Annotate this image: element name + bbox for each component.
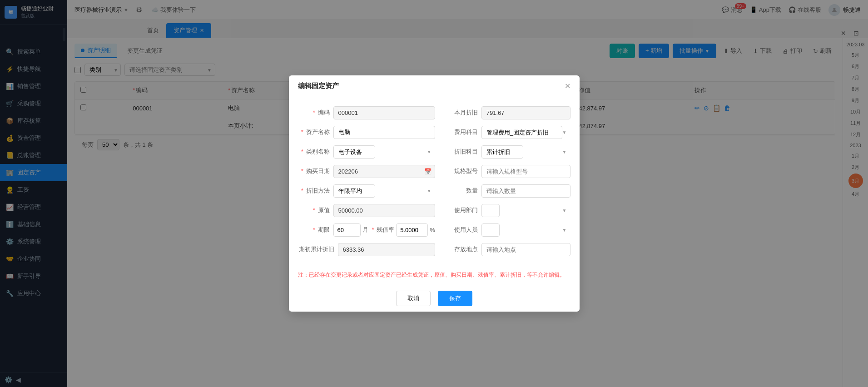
- residual-rate-unit: %: [430, 227, 435, 233]
- purchase-date-label: * 购买日期: [298, 167, 330, 175]
- code-input[interactable]: [333, 106, 435, 119]
- user-label: 使用人员: [446, 226, 478, 234]
- form-row-quantity: 数量: [446, 184, 570, 198]
- monthly-depr-label: 本月折旧: [446, 109, 478, 117]
- name-input[interactable]: [333, 126, 435, 139]
- form-row-name: * 资产名称: [298, 126, 435, 139]
- name-label: * 资产名称: [298, 128, 330, 136]
- form-row-expense-subject: 费用科目 管理费用_固定资产折旧 ▼: [446, 126, 570, 139]
- dialog-close-button[interactable]: ✕: [565, 82, 570, 90]
- dialog-title: 编辑固定资产: [298, 82, 339, 90]
- category-select[interactable]: 电子设备: [333, 145, 375, 159]
- dept-arrow: ▼: [562, 208, 567, 213]
- user-arrow: ▼: [562, 228, 567, 233]
- residual-rate-input[interactable]: [396, 223, 428, 237]
- depr-subject-label: 折旧科目: [446, 148, 478, 156]
- period-inline: 月 * 残值率 %: [333, 223, 435, 237]
- depr-method-arrow: ▼: [427, 189, 432, 194]
- category-select-arrow: ▼: [427, 149, 432, 154]
- form-row-purchase-date: * 购买日期 📅: [298, 165, 435, 178]
- expense-subject-arrow: ▼: [562, 130, 567, 135]
- depr-subject-arrow: ▼: [562, 149, 567, 154]
- purchase-date-wrapper: 📅: [333, 165, 435, 178]
- form-row-period: * 期限 月 * 残值率 %: [298, 223, 435, 237]
- form-row-code: * 编码: [298, 106, 435, 119]
- save-button[interactable]: 保存: [438, 291, 472, 306]
- period-label: * 期限: [298, 226, 330, 234]
- calendar-icon[interactable]: 📅: [424, 168, 432, 175]
- spec-input[interactable]: [481, 165, 570, 178]
- form-row-original-value: * 原值: [298, 204, 435, 217]
- initial-depr-label: 期初累计折旧: [298, 245, 334, 253]
- residual-rate-label: * 残值率: [372, 226, 395, 234]
- form-row-spec: 规格型号: [446, 165, 570, 178]
- form-row-initial-depr: 期初累计折旧: [298, 243, 435, 256]
- period-unit: 月: [362, 226, 368, 234]
- initial-depr-input[interactable]: [338, 243, 435, 256]
- purchase-date-input[interactable]: [333, 165, 435, 178]
- monthly-depr-input[interactable]: [481, 106, 570, 119]
- original-value-input[interactable]: [333, 204, 435, 217]
- spec-label: 规格型号: [446, 167, 478, 175]
- department-label: 使用部门: [446, 206, 478, 214]
- category-select-wrapper: 电子设备 ▼: [333, 145, 435, 159]
- expense-subject-label: 费用科目: [446, 128, 478, 136]
- dialog-body: * 编码 * 资产名称: [289, 97, 580, 267]
- quantity-label: 数量: [446, 187, 478, 195]
- dialog-header: 编辑固定资产 ✕: [289, 75, 580, 97]
- depr-subject-select[interactable]: 累计折旧: [481, 145, 523, 159]
- department-select[interactable]: [481, 204, 500, 217]
- location-input[interactable]: [481, 243, 570, 256]
- dialog-overlay: 编辑固定资产 ✕ * 编码: [0, 0, 868, 387]
- category-label: * 类别名称: [298, 148, 330, 156]
- dialog-left-col: * 编码 * 资产名称: [298, 106, 435, 258]
- original-value-label: * 原值: [298, 206, 330, 214]
- dialog-right-col: 本月折旧 费用科目 管理费用_固定资产折旧 ▼: [446, 106, 570, 258]
- depr-method-select-wrapper: 年限平均 ▼: [333, 184, 435, 198]
- period-input[interactable]: [333, 223, 361, 237]
- depr-method-select[interactable]: 年限平均: [333, 184, 375, 198]
- code-label: * 编码: [298, 109, 330, 117]
- dialog-form-grid: * 编码 * 资产名称: [298, 106, 570, 258]
- user-wrapper: ▼: [481, 223, 570, 237]
- expense-subject-wrapper: 管理费用_固定资产折旧 ▼: [481, 126, 570, 139]
- form-row-department: 使用部门 ▼: [446, 204, 570, 217]
- edit-asset-dialog: 编辑固定资产 ✕ * 编码: [289, 75, 580, 312]
- depr-method-label: * 折旧方法: [298, 187, 330, 195]
- quantity-input[interactable]: [481, 184, 570, 198]
- form-row-location: 存放地点: [446, 243, 570, 256]
- dialog-note: 注：已经存在变更记录或者对应固定资产已经生成凭证，原值、购买日期、残值率、累计折…: [289, 267, 580, 285]
- location-label: 存放地点: [446, 245, 478, 253]
- dialog-footer: 取消 保存: [289, 285, 580, 312]
- form-row-user: 使用人员 ▼: [446, 223, 570, 237]
- form-row-depr-subject: 折旧科目 累计折旧 ▼: [446, 145, 570, 159]
- form-row-monthly-depr: 本月折旧: [446, 106, 570, 119]
- department-wrapper: ▼: [481, 204, 570, 217]
- depr-subject-wrapper: 累计折旧 ▼: [481, 145, 570, 159]
- user-select[interactable]: [481, 223, 500, 237]
- expense-subject-select[interactable]: 管理费用_固定资产折旧: [481, 126, 562, 139]
- cancel-button[interactable]: 取消: [396, 291, 431, 306]
- form-row-category: * 类别名称 电子设备 ▼: [298, 145, 435, 159]
- form-row-depr-method: * 折旧方法 年限平均 ▼: [298, 184, 435, 198]
